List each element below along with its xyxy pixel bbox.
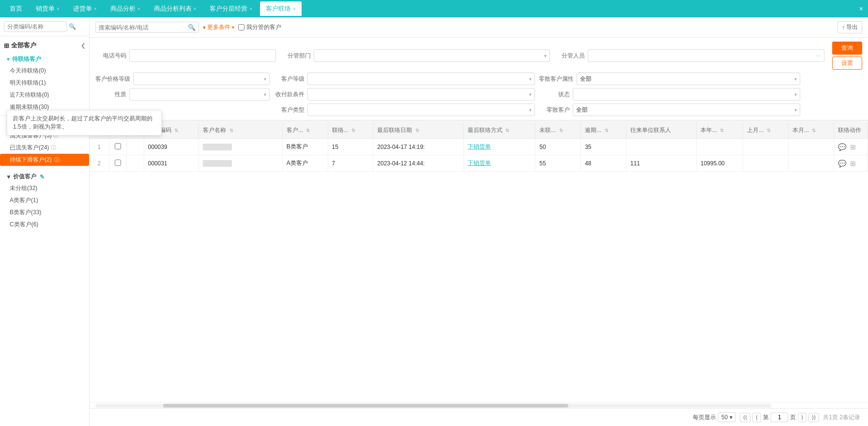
prev-page-button[interactable]: ⟨ [752,413,761,422]
arrow-down-icon-3: ▼ [6,174,12,180]
sort-icon-tmonth[interactable]: ⇅ [812,128,816,133]
settings-button[interactable]: 设置 [832,57,862,70]
sidebar-all-customers[interactable]: ⊞ 全部客户 ❮ [0,38,89,53]
sidebar-item-declining[interactable]: 持续下滑客户(2) ⓘ [0,154,89,166]
sort-icon-name[interactable]: ⇅ [229,128,233,133]
close-tab-product-analysis-list[interactable]: × [194,6,197,12]
contact-method-link[interactable]: 下销货单 [468,143,491,150]
last-page-button[interactable]: ⟩⟩ [808,413,819,422]
sidebar-section-value[interactable]: ▼ 价值客户 ✎ [0,170,89,182]
chevron-down-icon: ▾ [232,25,234,30]
tab-sales-order[interactable]: 销货单 × [30,1,65,16]
sidebar-item-tomorrow-pending[interactable]: 明天待联络(1) [0,77,89,89]
chat-icon-2[interactable]: 💬 [838,160,846,167]
row-contacts-person: 111 [626,155,696,172]
sidebar-section-pending[interactable]: ▼ 待联络客户 [0,53,89,65]
price-level-select[interactable]: ▾ [133,73,270,85]
sidebar-search-icon[interactable]: 🔍 [69,23,76,30]
tab-product-analysis[interactable]: 商品分析 × [105,1,146,16]
close-window-button[interactable]: × [859,5,863,13]
page-input[interactable] [771,412,788,422]
filter-row-4: ... 客户类型 ▾ 零散客户 全部 ▾ [95,103,862,116]
row-checkbox[interactable] [115,160,121,166]
person-select[interactable]: ··· [588,49,824,62]
edit-icon[interactable]: ✎ [40,174,45,180]
sidebar-item-lost[interactable]: 已流失客户(24) ⓘ [0,142,89,154]
next-page-button[interactable]: ⟩ [798,413,807,422]
export-icon: ↑ [842,24,845,31]
more-conditions-button[interactable]: ▾ 更多条件 ▾ [203,23,234,31]
tab-purchase-order[interactable]: 进货单 × [67,1,103,16]
sort-icon-code[interactable]: ⇅ [174,128,178,133]
sort-icon-unread[interactable]: ⇅ [559,128,563,133]
payment-select[interactable]: ▾ [307,88,535,101]
grid-icon-row[interactable]: ⊞ [850,143,856,151]
customer-type-select[interactable]: ▾ [307,103,535,116]
chevron-down-icon-retail-attr: ▾ [794,76,797,82]
table-row: 2 000031 A类客户 7 2023-04-12 14:44: 下销货单 [90,155,868,172]
sidebar-search-input[interactable] [4,21,67,32]
horizontal-scrollbar[interactable] [90,402,868,408]
phone-input[interactable] [129,49,276,62]
tab-home[interactable]: 首页 [4,1,28,16]
page-size-select[interactable]: 50 ▾ [718,412,736,422]
scroll-thumb[interactable] [163,404,569,408]
sidebar-collapse-btn[interactable]: ❮ [81,43,85,49]
scroll-track [95,404,771,408]
chat-icon[interactable]: 💬 [838,143,846,151]
dept-select[interactable]: ▾ [314,49,550,62]
sidebar-item-class-c[interactable]: C类客户(6) [0,219,89,231]
chevron-down-icon-gender: ▾ [264,92,266,97]
sidebar-item-class-a[interactable]: A类客户(1) [0,194,89,206]
sort-icon-method[interactable]: ⇅ [505,128,509,133]
filter-phone: 电话号码 [95,49,276,62]
chevron-down-icon-payment: ▾ [529,92,532,97]
tab-customer-segment[interactable]: 客户分层经营 × [204,1,258,16]
tab-customer-contact[interactable]: 客户联络 × [260,1,302,16]
tab-product-analysis-list[interactable]: 商品分析列表 × [148,1,202,16]
search-icon[interactable]: 🔍 [188,24,196,31]
retail-attr-select[interactable]: 全部 ▾ [577,73,800,85]
first-page-button[interactable]: ⟨⟨ [740,413,750,422]
sidebar-item-today-pending[interactable]: 今天待联络(0) [0,65,89,77]
close-tab-customer-segment[interactable]: × [249,6,252,12]
search-input[interactable] [99,24,186,31]
grid-icon: ⊞ [4,42,9,49]
row-checkbox[interactable] [115,143,121,149]
close-tab-purchase-order[interactable]: × [94,6,97,12]
my-customers-checkbox[interactable] [238,24,244,30]
sort-icon-cat[interactable]: ⇅ [306,128,310,133]
sort-icon-date[interactable]: ⇅ [415,128,419,133]
export-button[interactable]: ↑ 导出 [838,21,862,33]
sort-icon-lmonth[interactable]: ⇅ [767,128,771,133]
grid-icon-row-2[interactable]: ⊞ [850,160,856,167]
contact-method-link-2[interactable]: 下销货单 [468,160,491,166]
close-tab-sales-order[interactable]: × [57,6,60,12]
status-select[interactable]: ▾ [573,88,800,101]
sidebar: 🔍 ⊞ 全部客户 ❮ ▼ 待联络客户 今天待联络(0) 明天待联络(1) 近7天… [0,17,90,426]
toolbar: 🔍 ▾ 更多条件 ▾ 我分管的客户 ↑ 导出 [90,17,868,38]
close-tab-product-analysis[interactable]: × [137,6,140,12]
th-unread: 未联... ⇅ [535,122,581,139]
sort-icon-year[interactable]: ⇅ [720,128,724,133]
sidebar-item-unclassified[interactable]: 未分组(32) [0,182,89,194]
retail-customer-select[interactable]: 全部 ▾ [573,103,800,116]
close-tab-customer-contact[interactable]: × [293,6,296,12]
row-last-month [743,139,789,155]
info-icon-4: ⓘ [54,157,60,162]
sort-icon-contacts[interactable]: ⇅ [351,128,355,133]
table-row: 1 000039 B类客户 15 2023-04-17 14:19: 下销货单 [90,139,868,155]
gender-select[interactable]: ▾ [129,88,270,101]
row-num: 1 [90,139,109,155]
query-button[interactable]: 查询 [832,42,862,55]
filter-payment: 收付款条件 ▾ [274,88,535,101]
customer-level-select[interactable]: ▾ [307,73,535,85]
sidebar-item-class-b[interactable]: B类客户(33) [0,206,89,219]
chevron-down-icon-level: ▾ [529,76,532,82]
th-name: 客户名称 ⇅ [199,122,282,139]
sort-icon-overdue[interactable]: ⇅ [605,128,609,133]
chevron-down-icon-ctype: ▾ [529,107,532,113]
sidebar-item-7days-pending[interactable]: 近7天待联络(0) [0,89,89,101]
filter-row-2: 客户价格等级 ▾ 客户等级 ▾ 零散客户属性 全部 [95,73,862,85]
row-settings [126,139,144,155]
